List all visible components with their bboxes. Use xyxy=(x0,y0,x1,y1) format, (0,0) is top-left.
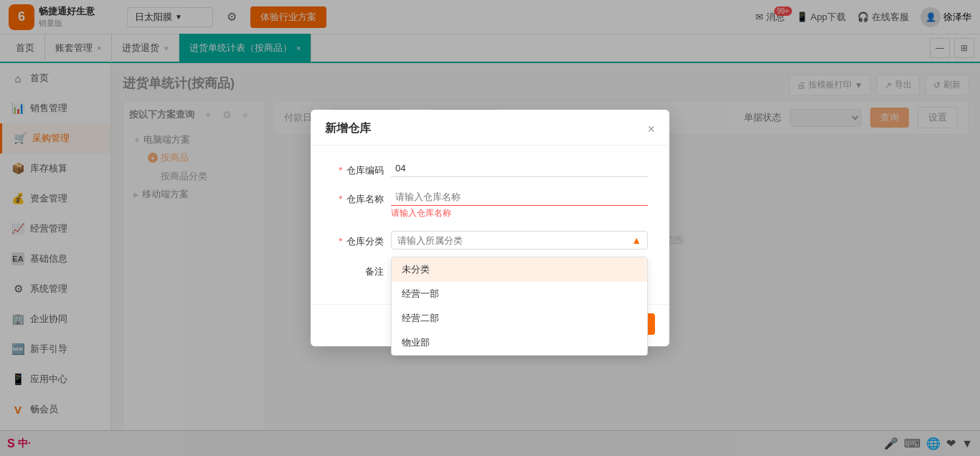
category-dropdown-arrow: ▲ xyxy=(631,234,641,246)
name-field-wrap: 请输入仓库名称 xyxy=(391,189,648,219)
option-property[interactable]: 物业部 xyxy=(392,331,647,355)
name-form-row: * 仓库名称 请输入仓库名称 xyxy=(332,189,648,219)
option-dept2[interactable]: 经营二部 xyxy=(392,306,647,331)
option-uncategorized[interactable]: 未分类 xyxy=(392,257,647,282)
new-warehouse-modal: 新增仓库 × * 仓库编码 * 仓库名称 xyxy=(311,110,669,346)
notes-label: 备注 xyxy=(332,261,384,278)
option-dept1[interactable]: 经营一部 xyxy=(392,282,647,306)
code-label: * 仓库编码 xyxy=(332,160,384,177)
code-input[interactable] xyxy=(391,160,648,177)
category-dropdown[interactable]: ▲ xyxy=(391,231,648,250)
category-dropdown-list: 未分类 经营一部 经营二部 物业部 xyxy=(391,257,648,356)
modal-title: 新增仓库 xyxy=(325,121,371,136)
modal-header: 新增仓库 × xyxy=(311,110,669,146)
name-error-msg: 请输入仓库名称 xyxy=(391,207,648,219)
category-label: * 仓库分类 xyxy=(332,231,384,248)
category-field-wrap: ▲ 未分类 经营一部 经营二部 物业部 xyxy=(391,231,648,250)
name-input[interactable] xyxy=(391,189,648,206)
code-field-wrap xyxy=(391,160,648,177)
modal-close-btn[interactable]: × xyxy=(647,123,655,136)
code-form-row: * 仓库编码 xyxy=(332,160,648,177)
name-label: * 仓库名称 xyxy=(332,189,384,206)
category-form-row: * 仓库分类 ▲ 未分类 经营一部 经营二部 物业部 xyxy=(332,231,648,250)
category-input[interactable] xyxy=(397,235,628,246)
modal-body: * 仓库编码 * 仓库名称 请输入仓库名称 xyxy=(311,146,669,304)
modal-overlay: 新增仓库 × * 仓库编码 * 仓库名称 xyxy=(0,0,980,456)
